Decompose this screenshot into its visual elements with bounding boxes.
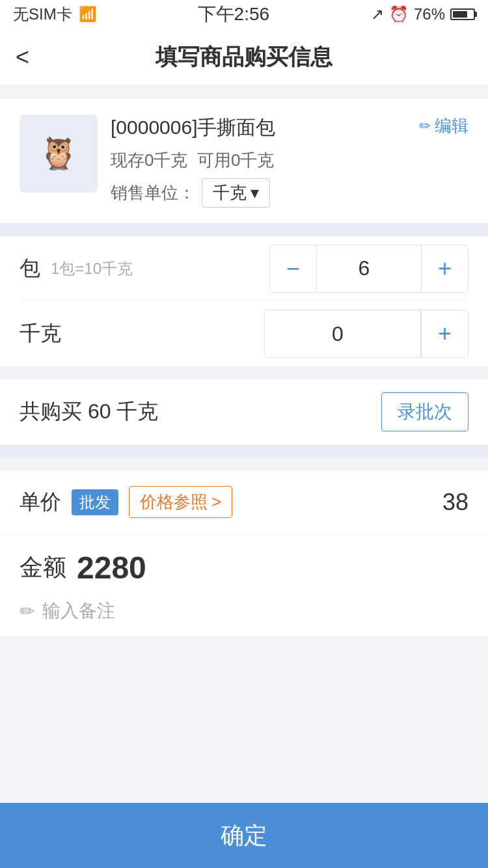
kg-input-control: +	[264, 310, 468, 358]
pack-label: 包 1包=10千克	[20, 254, 269, 283]
edit-button[interactable]: ✏ 编辑	[419, 115, 468, 137]
product-image: 🦉	[20, 115, 98, 193]
unit-label: 销售单位：	[111, 182, 195, 204]
kg-plus-button[interactable]: +	[421, 310, 468, 357]
batch-button[interactable]: 录批次	[381, 392, 468, 431]
amount-section: 金额 2280 ✏ 输入备注	[0, 534, 488, 636]
section-divider-1	[0, 223, 488, 236]
time-label: 下午2:56	[198, 2, 270, 27]
status-bar: 无SIM卡 📶 下午2:56 ↗ ⏰ 76%	[0, 0, 488, 29]
product-name: [0000006]手撕面包	[111, 115, 468, 141]
amount-label: 金额	[20, 552, 66, 584]
product-stock: 现存0千克 可用0千克	[111, 149, 468, 172]
chevron-down-icon: ▾	[251, 183, 259, 203]
price-section: 单价 批发 价格参照 > 38	[0, 470, 488, 534]
price-tag: 批发	[72, 489, 118, 515]
price-value: 38	[442, 489, 468, 516]
pack-minus-button[interactable]: −	[270, 245, 317, 292]
status-right: ↗ ⏰ 76%	[371, 5, 475, 23]
price-reference-button[interactable]: 价格参照 >	[129, 486, 232, 518]
page-title: 填写商品购买信息	[156, 42, 332, 72]
summary-row: 共购买 60 千克 录批次	[20, 379, 468, 444]
product-thumbnail: 🦉	[39, 135, 78, 172]
price-label: 单价	[20, 488, 61, 517]
section-divider-2	[0, 444, 488, 457]
pack-plus-button[interactable]: +	[421, 245, 468, 292]
gps-icon: ↗	[371, 5, 384, 23]
amount-row: 金额 2280	[20, 550, 468, 586]
remark-placeholder[interactable]: 输入备注	[42, 599, 115, 623]
pack-quantity-input[interactable]	[317, 245, 421, 292]
pack-input-control: − +	[269, 245, 468, 293]
chevron-right-icon: >	[211, 492, 221, 512]
confirm-button[interactable]: 确定	[0, 803, 488, 868]
pack-hint: 1包=10千克	[51, 258, 133, 279]
product-card: 🦉 [0000006]手撕面包 现存0千克 可用0千克 销售单位： 千克 ▾ ✏…	[0, 99, 488, 223]
amount-value: 2280	[77, 550, 146, 586]
alarm-icon: ⏰	[389, 5, 409, 23]
product-info: [0000006]手撕面包 现存0千克 可用0千克 销售单位： 千克 ▾	[111, 115, 468, 208]
price-row: 单价 批发 价格参照 > 38	[20, 486, 468, 518]
edit-icon: ✏	[419, 118, 431, 135]
pack-input-row: 包 1包=10千克 − +	[20, 236, 468, 301]
kg-input-row: 千克 +	[20, 301, 468, 366]
carrier-label: 无SIM卡	[13, 4, 72, 25]
summary-section: 共购买 60 千克 录批次	[0, 379, 488, 444]
back-button[interactable]: <	[16, 44, 29, 71]
kg-quantity-input[interactable]	[265, 310, 421, 357]
unit-select[interactable]: 千克 ▾	[202, 178, 270, 208]
nav-bar: < 填写商品购买信息	[0, 29, 488, 86]
kg-label: 千克	[20, 319, 264, 348]
pencil-icon: ✏	[20, 601, 34, 622]
wifi-icon: 📶	[79, 6, 96, 23]
remark-row[interactable]: ✏ 输入备注	[20, 599, 468, 623]
battery-percent: 76%	[414, 5, 445, 23]
status-left: 无SIM卡 📶	[13, 4, 96, 25]
summary-label: 共购买 60 千克	[20, 398, 381, 426]
input-section: 包 1包=10千克 − + 千克 +	[0, 236, 488, 366]
battery-icon	[450, 8, 475, 20]
product-unit-row: 销售单位： 千克 ▾	[111, 178, 468, 208]
